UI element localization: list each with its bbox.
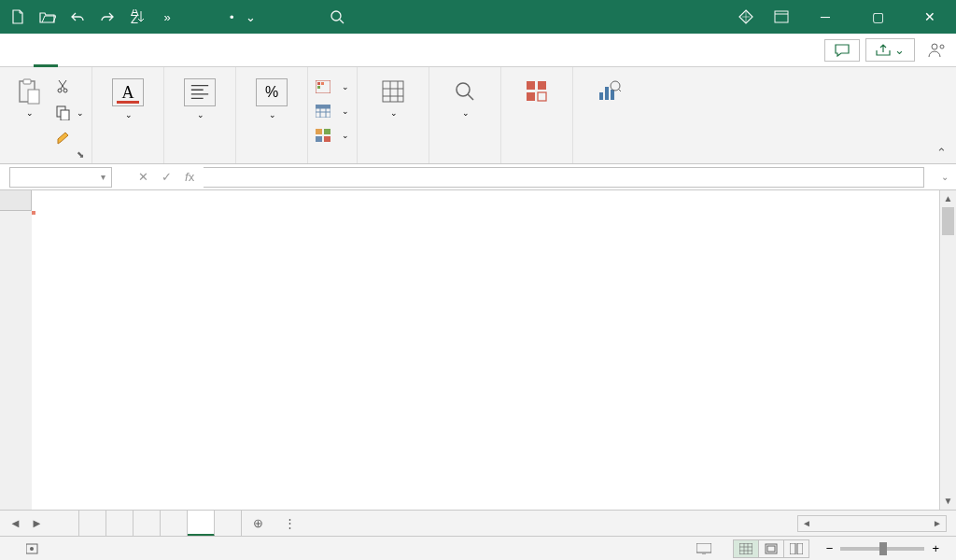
svg-rect-29 <box>599 92 603 100</box>
chevron-down-icon: ⌄ <box>246 10 256 24</box>
tab-page-layout[interactable] <box>106 34 131 67</box>
minimize-button[interactable]: ─ <box>808 9 842 24</box>
formula-input[interactable] <box>204 167 924 188</box>
horizontal-scrollbar[interactable]: ◄► <box>797 515 947 532</box>
page-break-view-button[interactable] <box>783 539 809 558</box>
cut-button[interactable] <box>56 77 84 97</box>
chevron-down-icon: ⌄ <box>125 110 133 119</box>
zoom-out-button[interactable]: − <box>826 541 834 555</box>
cells-dropdown[interactable]: ⌄ <box>365 73 421 118</box>
tab-insert[interactable] <box>58 34 82 67</box>
normal-view-button[interactable] <box>733 539 759 558</box>
prev-sheet-icon[interactable]: ◄ <box>9 516 21 530</box>
editing-dropdown[interactable]: ⌄ <box>437 73 493 118</box>
conditional-formatting-button[interactable]: ⌄ <box>316 77 349 97</box>
vertical-scrollbar[interactable]: ▲ ▼ <box>939 190 956 510</box>
svg-rect-25 <box>527 81 535 90</box>
chevron-down-icon: ⌄ <box>269 110 276 119</box>
number-dropdown[interactable]: %⌄ <box>244 73 300 119</box>
display-settings-button[interactable] <box>696 543 717 554</box>
new-file-icon[interactable] <box>9 8 26 25</box>
copy-button[interactable]: ⌄ <box>56 103 84 123</box>
addins-button[interactable] <box>509 73 565 108</box>
svg-rect-23 <box>383 81 403 102</box>
sheet-tab-sheet5[interactable] <box>79 511 106 537</box>
chevron-down-icon: ⌄ <box>390 108 398 118</box>
zoom-slider[interactable] <box>840 547 924 551</box>
font-dropdown[interactable]: A⌄ <box>100 73 156 119</box>
sheet-tab-sheet7[interactable] <box>106 511 134 537</box>
cancel-icon[interactable]: ✕ <box>138 170 148 184</box>
accept-icon[interactable]: ✓ <box>162 170 172 184</box>
undo-icon[interactable] <box>69 8 86 25</box>
svg-rect-18 <box>316 105 330 108</box>
tab-review[interactable] <box>179 34 204 67</box>
tab-formulas[interactable] <box>131 34 155 67</box>
group-styles: ⌄ ⌄ ⌄ <box>308 67 358 163</box>
account-icon[interactable] <box>928 42 947 59</box>
dialog-launcher-icon[interactable]: ⬊ <box>77 149 84 160</box>
tab-help[interactable] <box>252 34 276 67</box>
share-button[interactable]: ⌄ <box>865 38 915 62</box>
titlebar-center: • ⌄ <box>222 8 728 25</box>
scroll-up-icon[interactable]: ▲ <box>940 190 956 207</box>
alignment-dropdown[interactable]: ⌄ <box>172 73 228 119</box>
fx-icon[interactable]: fx <box>185 170 194 184</box>
zoom-handle[interactable] <box>879 542 887 555</box>
sheet-tab-sheet8[interactable] <box>215 511 242 537</box>
format-painter-button[interactable] <box>56 129 84 149</box>
sort-icon[interactable]: AZ <box>129 8 146 25</box>
tab-view[interactable] <box>204 34 228 67</box>
tab-developer[interactable] <box>228 34 252 67</box>
svg-text:Z: Z <box>131 12 138 24</box>
macro-record-icon[interactable] <box>26 542 41 555</box>
tab-draw[interactable] <box>82 34 106 67</box>
group-editing: ⌄ <box>429 67 501 163</box>
sheet-tabs-bar: ◄► ⊕ ⋮ ◄► <box>0 510 956 536</box>
comments-button[interactable] <box>824 39 860 62</box>
add-sheet-button[interactable]: ⊕ <box>242 516 274 530</box>
redo-icon[interactable] <box>99 8 116 25</box>
svg-rect-20 <box>324 129 330 134</box>
close-button[interactable]: ✕ <box>913 9 947 24</box>
name-box[interactable]: ▾ <box>9 167 112 188</box>
maximize-button[interactable]: ▢ <box>861 9 894 24</box>
collapse-ribbon-icon[interactable]: ⌃ <box>936 146 947 160</box>
cell-styles-button[interactable]: ⌄ <box>316 125 349 146</box>
sheet-tab-lettercase[interactable] <box>188 511 215 537</box>
highlight-box <box>32 211 35 215</box>
open-file-icon[interactable] <box>39 8 56 25</box>
zoom-in-button[interactable]: + <box>932 541 939 555</box>
chevron-down-icon: ⌄ <box>26 108 34 118</box>
scroll-down-icon[interactable]: ▼ <box>940 493 956 510</box>
select-all-button[interactable] <box>0 190 32 211</box>
worksheet-grid: ▲ ▼ <box>0 190 956 510</box>
ribbon-mode-icon[interactable] <box>773 8 790 25</box>
more-icon[interactable]: » <box>159 8 176 25</box>
format-as-table-button[interactable]: ⌄ <box>316 101 349 121</box>
svg-rect-39 <box>790 543 795 554</box>
svg-rect-36 <box>739 543 752 554</box>
scroll-left-icon[interactable]: ◄ <box>798 518 815 528</box>
paste-button[interactable]: ⌄ <box>7 73 50 118</box>
group-analyze <box>573 67 644 163</box>
sheet-menu-icon[interactable]: ⋮ <box>274 516 305 530</box>
chevron-down-icon: ⌄ <box>342 131 349 140</box>
sheet-tab-ellipsis[interactable] <box>52 511 79 537</box>
scroll-thumb[interactable] <box>942 207 954 235</box>
group-number: %⌄ <box>236 67 308 163</box>
diamond-icon[interactable] <box>738 8 754 25</box>
tab-data[interactable] <box>155 34 179 67</box>
scroll-right-icon[interactable]: ► <box>929 518 946 528</box>
expand-formula-icon[interactable]: ⌄ <box>934 172 956 182</box>
sheet-tab-rice[interactable] <box>134 511 161 537</box>
tab-home[interactable] <box>34 34 58 67</box>
next-sheet-icon[interactable]: ► <box>31 516 43 530</box>
page-layout-view-button[interactable] <box>758 539 784 558</box>
sheet-tab-dates[interactable] <box>161 511 188 537</box>
tab-file[interactable] <box>9 34 34 67</box>
search-icon[interactable] <box>329 8 345 25</box>
saved-status[interactable]: ⌄ <box>242 10 256 24</box>
sheet-nav[interactable]: ◄► <box>0 516 52 530</box>
analyze-data-button[interactable] <box>581 73 637 112</box>
